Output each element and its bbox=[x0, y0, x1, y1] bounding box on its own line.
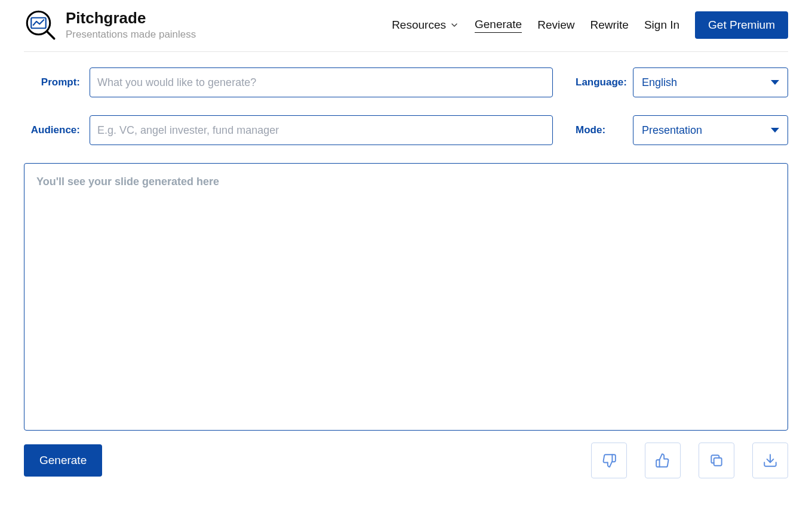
svg-rect-3 bbox=[714, 458, 722, 466]
thumbs-up-icon bbox=[655, 453, 670, 468]
thumbs-up-button[interactable] bbox=[645, 443, 681, 478]
thumbs-down-button[interactable] bbox=[591, 443, 627, 478]
output-box: You'll see your slide generated here bbox=[24, 163, 788, 431]
brand: Pitchgrade Presentations made painless bbox=[24, 8, 196, 42]
nav-resources-label: Resources bbox=[392, 19, 446, 32]
mode-label: Mode: bbox=[576, 124, 623, 136]
nav-resources[interactable]: Resources bbox=[392, 19, 459, 32]
audience-input[interactable] bbox=[90, 115, 553, 145]
icon-button-row bbox=[591, 443, 788, 478]
nav-rewrite-label: Rewrite bbox=[590, 19, 629, 32]
prompt-row: Prompt: Language: English bbox=[24, 67, 788, 97]
action-bar: Generate bbox=[24, 443, 788, 496]
copy-button[interactable] bbox=[699, 443, 734, 478]
download-button[interactable] bbox=[752, 443, 788, 478]
nav-review-label: Review bbox=[537, 19, 574, 32]
brand-subtitle: Presentations made painless bbox=[66, 29, 196, 41]
thumbs-down-icon bbox=[601, 453, 617, 468]
nav-review[interactable]: Review bbox=[537, 19, 574, 32]
nav: Resources Generate Review Rewrite Sign I… bbox=[392, 11, 788, 39]
output-placeholder: You'll see your slide generated here bbox=[36, 176, 776, 188]
dropdown-triangle-icon bbox=[771, 80, 779, 85]
generate-button[interactable]: Generate bbox=[24, 444, 102, 477]
logo-icon bbox=[24, 8, 57, 42]
generation-form: Prompt: Language: English Audience: Mode… bbox=[24, 52, 788, 496]
audience-label: Audience: bbox=[24, 124, 80, 136]
get-premium-button[interactable]: Get Premium bbox=[695, 11, 788, 39]
download-icon bbox=[762, 453, 778, 468]
prompt-label: Prompt: bbox=[24, 76, 80, 88]
mode-select-value: Presentation bbox=[642, 124, 702, 137]
language-label: Language: bbox=[576, 76, 623, 88]
nav-generate[interactable]: Generate bbox=[475, 18, 522, 33]
nav-signin[interactable]: Sign In bbox=[644, 19, 679, 32]
audience-row: Audience: Mode: Presentation bbox=[24, 115, 788, 145]
language-select[interactable]: English bbox=[633, 67, 788, 97]
nav-generate-label: Generate bbox=[475, 18, 522, 31]
chevron-down-icon bbox=[450, 20, 459, 30]
prompt-input[interactable] bbox=[90, 67, 553, 97]
dropdown-triangle-icon bbox=[771, 128, 779, 133]
brand-title: Pitchgrade bbox=[66, 10, 196, 27]
header: Pitchgrade Presentations made painless R… bbox=[24, 0, 788, 52]
copy-icon bbox=[709, 453, 724, 468]
nav-signin-label: Sign In bbox=[644, 19, 679, 32]
language-select-value: English bbox=[642, 76, 677, 89]
nav-rewrite[interactable]: Rewrite bbox=[590, 19, 629, 32]
mode-select[interactable]: Presentation bbox=[633, 115, 788, 145]
svg-line-1 bbox=[47, 32, 54, 39]
